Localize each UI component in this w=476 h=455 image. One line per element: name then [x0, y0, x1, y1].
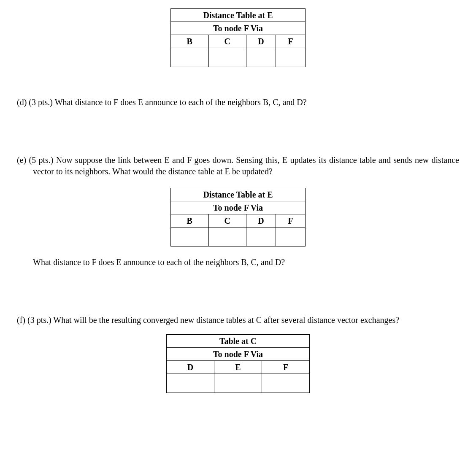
table1-header-row: B C D F — [171, 35, 306, 48]
table1-cell-f — [276, 48, 306, 67]
table3-col-f: F — [262, 361, 309, 374]
table1-data-row — [171, 48, 306, 67]
table3-cell-e — [214, 374, 262, 393]
table3-data-row — [167, 374, 310, 393]
table2-wrapper: Distance Table at E To node F Via B C D … — [17, 188, 459, 255]
table2-data-row — [171, 228, 306, 246]
question-e-followup: What distance to F does E announce to ea… — [17, 257, 459, 268]
table1-cell-d — [246, 48, 276, 67]
table2-col-d: D — [246, 214, 276, 228]
distance-table-e-2: Distance Table at E To node F Via B C D … — [170, 188, 306, 246]
table3-col-e: E — [214, 361, 262, 374]
table2-title: Distance Table at E — [171, 188, 306, 201]
table3-col-d: D — [167, 361, 214, 374]
distance-table-c: Table at C To node F Via D E F — [166, 334, 310, 393]
table3-cell-d — [167, 374, 214, 393]
question-f-label: (f) (3 pts.) — [17, 315, 53, 325]
question-d-label: (d) (3 pts.) — [17, 98, 55, 107]
table2-col-f: F — [276, 214, 306, 228]
table2-cell-d — [246, 228, 276, 246]
table1-cell-b — [171, 48, 209, 67]
table2-cell-b — [171, 228, 209, 246]
table2-col-c: C — [208, 214, 246, 228]
table2-col-b: B — [171, 214, 209, 228]
table1-col-d: D — [246, 35, 276, 48]
question-d: (d) (3 pts.) What distance to F does E a… — [17, 97, 459, 108]
distance-table-e-1: Distance Table at E To node F Via B C D … — [170, 8, 306, 67]
table1-wrapper: Distance Table at E To node F Via B C D … — [17, 8, 459, 76]
question-f-text: What will be the resulting converged new… — [53, 315, 399, 325]
table1-col-c: C — [208, 35, 246, 48]
table3-subtitle: To node F Via — [167, 348, 310, 361]
table3-title: Table at C — [167, 335, 310, 348]
table1-col-f: F — [276, 35, 306, 48]
table2-header-row: B C D F — [171, 214, 306, 228]
question-e-label: (e) (5 pts.) — [17, 155, 56, 165]
table1-title: Distance Table at E — [171, 9, 306, 22]
table3-wrapper: Table at C To node F Via D E F — [17, 334, 459, 401]
table2-cell-f — [276, 228, 306, 246]
table2-subtitle: To node F Via — [171, 201, 306, 214]
table3-header-row: D E F — [167, 361, 310, 374]
table1-subtitle: To node F Via — [171, 22, 306, 35]
question-d-text: What distance to F does E announce to ea… — [55, 98, 307, 107]
question-e-text: Now suppose the link between E and F goe… — [33, 155, 459, 176]
question-f: (f) (3 pts.) What will be the resulting … — [17, 314, 459, 326]
table1-col-b: B — [171, 35, 209, 48]
table3-cell-f — [262, 374, 309, 393]
question-e: (e) (5 pts.) Now suppose the link betwee… — [17, 154, 459, 177]
table1-cell-c — [208, 48, 246, 67]
table2-cell-c — [208, 228, 246, 246]
